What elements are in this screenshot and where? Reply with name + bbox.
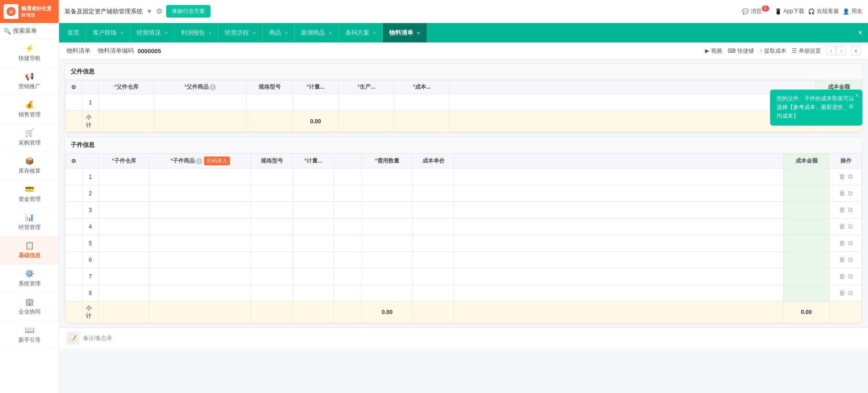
- message-action[interactable]: 💬 消息 6: [742, 7, 771, 15]
- tab-ops-status[interactable]: 经营情况 ×: [130, 23, 174, 42]
- next-arrow[interactable]: ›: [837, 46, 846, 55]
- tab-ops-status-close[interactable]: ×: [164, 30, 167, 36]
- tab-new-product[interactable]: 新增商品 ×: [295, 23, 338, 42]
- sidebar-item-guide[interactable]: 📖 新手引导: [0, 321, 59, 349]
- child-row-1-warehouse[interactable]: [99, 169, 150, 185]
- copy-icon[interactable]: ⧉: [848, 289, 853, 297]
- sidebar-item-quick-nav[interactable]: ⚡ 快捷导航: [0, 39, 59, 67]
- tab-barcode-close[interactable]: ×: [373, 30, 376, 36]
- video-action[interactable]: ▶ 视频: [705, 47, 722, 55]
- child-row-2-cost-unit[interactable]: [413, 185, 454, 202]
- child-row-3-warehouse[interactable]: [99, 202, 150, 218]
- child-row-5-spec[interactable]: [251, 235, 293, 252]
- copy-icon[interactable]: ⧉: [848, 223, 853, 230]
- child-row-5-product[interactable]: [150, 235, 251, 252]
- child-row-4-spec[interactable]: [251, 218, 293, 235]
- child-row-7-product[interactable]: [150, 268, 251, 285]
- sidebar-search[interactable]: 🔍 搜索菜单: [0, 23, 59, 39]
- sidebar-item-marketing[interactable]: 📢 营销推广: [0, 67, 59, 96]
- child-row-2-spec[interactable]: [251, 185, 293, 202]
- child-row-6-unit[interactable]: [293, 252, 334, 268]
- child-row-5-warehouse[interactable]: [99, 235, 150, 252]
- single-setting-action[interactable]: ☰ 单据设置: [792, 47, 821, 55]
- child-row-4-unit[interactable]: [293, 218, 334, 235]
- child-row-2-product[interactable]: [150, 185, 251, 202]
- child-row-5-cost-unit[interactable]: [413, 235, 454, 252]
- child-row-3-product[interactable]: [150, 202, 251, 218]
- child-row-8-spec[interactable]: [251, 285, 293, 302]
- child-row-7-unit[interactable]: [293, 268, 334, 285]
- child-row-7-quantity[interactable]: [362, 268, 413, 285]
- sidebar-item-system[interactable]: ⚙️ 系统管理: [0, 265, 59, 293]
- parent-row-1-product[interactable]: [154, 94, 247, 111]
- prev-arrow[interactable]: ‹: [826, 46, 836, 55]
- child-row-6-spec[interactable]: [251, 252, 293, 268]
- child-row-7-cost-unit[interactable]: [413, 268, 454, 285]
- parent-col-settings[interactable]: ⚙: [66, 80, 82, 94]
- note-icon[interactable]: 📝: [66, 332, 79, 345]
- child-row-2-warehouse[interactable]: [99, 185, 150, 202]
- user-action[interactable]: 👤 用友: [843, 7, 862, 15]
- tab-barcode[interactable]: 条码方案 ×: [339, 23, 383, 42]
- child-row-6-product[interactable]: [150, 252, 251, 268]
- child-row-4-cost-unit[interactable]: [413, 218, 454, 235]
- child-row-4-product[interactable]: [150, 218, 251, 235]
- child-row-2-quantity[interactable]: [362, 185, 413, 202]
- tab-new-product-close[interactable]: ×: [329, 30, 332, 36]
- sidebar-item-sales[interactable]: 💰 销售管理: [0, 96, 59, 124]
- parent-row-1-unit[interactable]: [293, 94, 339, 111]
- child-row-5-quantity[interactable]: [362, 235, 413, 252]
- delete-icon[interactable]: 🗑: [839, 206, 845, 214]
- child-row-6-warehouse[interactable]: [99, 252, 150, 268]
- sidebar-item-purchase[interactable]: 🛒 采购管理: [0, 124, 59, 152]
- child-row-3-cost-unit[interactable]: [413, 202, 454, 218]
- dropdown-icon[interactable]: ▼: [146, 8, 152, 15]
- child-row-3-quantity[interactable]: [362, 202, 413, 218]
- parent-row-1-spec[interactable]: [247, 94, 293, 111]
- delete-icon[interactable]: 🗑: [839, 239, 845, 247]
- tab-products-close[interactable]: ×: [285, 30, 288, 36]
- tab-home[interactable]: 首页: [61, 23, 86, 42]
- list-view-btn[interactable]: ≡: [851, 46, 861, 55]
- tab-ops-process[interactable]: 经营历程 ×: [218, 23, 262, 42]
- sidebar-item-operations[interactable]: 📊 经营管理: [0, 208, 59, 236]
- parent-row-1-production[interactable]: [339, 94, 394, 111]
- copy-icon[interactable]: ⧉: [848, 206, 853, 214]
- copy-icon[interactable]: ⧉: [848, 239, 853, 247]
- child-row-1-cost-unit[interactable]: [413, 169, 454, 185]
- delete-icon[interactable]: 🗑: [839, 223, 845, 230]
- copy-icon[interactable]: ⧉: [848, 272, 853, 280]
- parent-row-1-cost[interactable]: [394, 94, 450, 111]
- shortcut-action[interactable]: ⌨ 快捷键: [728, 47, 754, 55]
- tab-customer-close[interactable]: ×: [121, 30, 123, 36]
- online-service-action[interactable]: 🎧 在线客服: [808, 7, 839, 15]
- scan-btn[interactable]: 扫码录入: [204, 157, 230, 165]
- global-close-btn[interactable]: ×: [855, 29, 866, 37]
- child-row-8-quantity[interactable]: [362, 285, 413, 302]
- sidebar-item-finance[interactable]: 💳 资金管理: [0, 180, 59, 208]
- copy-icon[interactable]: ⧉: [848, 173, 853, 181]
- copy-icon[interactable]: ⧉: [848, 189, 853, 197]
- child-row-7-warehouse[interactable]: [99, 268, 150, 285]
- child-row-6-cost-unit[interactable]: [413, 252, 454, 268]
- delete-icon[interactable]: 🗑: [839, 173, 845, 181]
- child-row-8-unit[interactable]: [293, 285, 334, 302]
- child-row-1-unit[interactable]: [293, 169, 334, 185]
- child-row-3-unit[interactable]: [293, 202, 334, 218]
- child-row-6-quantity[interactable]: [362, 252, 413, 268]
- child-row-8-product[interactable]: [150, 285, 251, 302]
- sidebar-item-basic-info[interactable]: 📋 基础信息: [0, 236, 59, 265]
- sidebar-item-enterprise[interactable]: 🏢 企业协同: [0, 293, 59, 321]
- tab-bom-close[interactable]: ×: [417, 30, 420, 36]
- experience-btn[interactable]: 体验行业方案: [166, 5, 211, 18]
- tab-products[interactable]: 商品 ×: [263, 23, 295, 42]
- child-row-4-warehouse[interactable]: [99, 218, 150, 235]
- child-row-8-cost-unit[interactable]: [413, 285, 454, 302]
- delete-icon[interactable]: 🗑: [839, 272, 845, 280]
- child-row-3-spec[interactable]: [251, 202, 293, 218]
- delete-icon[interactable]: 🗑: [839, 189, 845, 197]
- copy-icon[interactable]: ⧉: [848, 256, 853, 264]
- extract-cost-action[interactable]: ↑ 提取成本: [760, 47, 786, 55]
- tab-profit[interactable]: 利润报告 ×: [175, 23, 218, 42]
- child-row-1-quantity[interactable]: [362, 169, 413, 185]
